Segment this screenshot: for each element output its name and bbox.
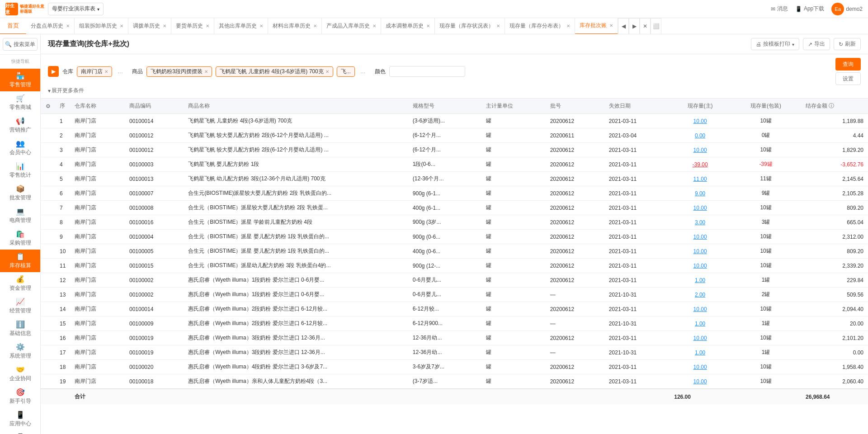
row-qty-main[interactable]: 2.00 — [670, 288, 731, 302]
tab-item-diaopo[interactable]: 调拨单历史 ✕ — [128, 18, 171, 34]
row-qty-main[interactable]: 10.00 — [670, 374, 731, 389]
warehouse-more-icon[interactable]: … — [116, 68, 125, 75]
sidebar-item-operations[interactable]: 📈 经营管理 — [0, 295, 40, 317]
warehouse-filter-tag[interactable]: 南岸门店 ✕ — [77, 66, 112, 77]
row-product-name: 惠氏启睿（Wyeth illuma）3段奶粉 爱尔兰进口 12-36月... — [184, 345, 408, 360]
table-row: 18 南岸门店 00100020 惠氏启睿（Wyeth illuma）4段奶粉 … — [41, 360, 868, 374]
tab-home[interactable]: 首页 — [0, 18, 26, 34]
tab-item-chanpin[interactable]: 产成品入库单历史 ✕ — [322, 18, 381, 34]
product-filter-tag-3[interactable]: 飞... — [337, 66, 355, 77]
row-qty-main[interactable]: 11.00 — [670, 172, 731, 186]
message-btn[interactable]: ✉ 消息 — [771, 5, 788, 13]
company-selector[interactable]: 母婴行业演示库表 — [48, 3, 104, 15]
sidebar-item-marketing[interactable]: 📢 营销推广 — [0, 114, 40, 137]
settings-icon[interactable]: ⚙ — [46, 103, 51, 109]
tab-item-kucun-pici[interactable]: 库存批次账 ✕ — [575, 18, 618, 34]
refresh-btn[interactable]: ↻ 刷新 — [834, 38, 861, 50]
row-qty-pack: 10罐 — [731, 259, 801, 273]
expand-icon: ▾ — [48, 88, 51, 94]
row-qty-main[interactable]: 10.00 — [670, 143, 731, 157]
tab-close-icon[interactable]: ✕ — [66, 24, 70, 28]
tab-prev-btn[interactable]: ◀ — [618, 18, 629, 34]
tab-close-icon[interactable]: ✕ — [566, 24, 570, 28]
query-btn[interactable]: 查询 — [835, 58, 861, 71]
row-qty-main[interactable]: 1.00 — [670, 345, 731, 360]
sidebar-item-wholesale[interactable]: 📦 批发管理 — [0, 182, 40, 204]
export-btn[interactable]: ↗ 导出 — [803, 38, 830, 50]
row-qty-main[interactable]: 1.00 — [670, 273, 731, 288]
product-tag-close-icon-1[interactable]: ✕ — [204, 69, 208, 74]
tab-close-icon[interactable]: ✕ — [259, 24, 263, 28]
row-qty-main[interactable]: 10.00 — [670, 331, 731, 345]
tab-item-qita[interactable]: 其他出库单历史 ✕ — [214, 18, 268, 34]
row-expire: 2021-03-04 — [604, 128, 670, 143]
sidebar-item-collab[interactable]: 🤝 企业协同 — [0, 363, 40, 385]
tab-close-icon[interactable]: ✕ — [373, 24, 376, 28]
row-qty-main[interactable]: 10.00 — [670, 302, 731, 316]
product-tag-close-icon-2[interactable]: ✕ — [326, 69, 329, 74]
row-amount: -3,652.76 — [801, 157, 868, 172]
sidebar-item-wechat[interactable]: 💬 企业微信 — [0, 430, 40, 434]
tab-close-icon[interactable]: ✕ — [496, 24, 500, 28]
row-qty-main[interactable]: 10.00 — [670, 259, 731, 273]
row-qty-main[interactable]: 10.00 — [670, 114, 731, 128]
row-settings-cell — [41, 230, 55, 244]
sidebar-item-system[interactable]: ⚙️ 系统管理 — [0, 340, 40, 363]
product-more-icon[interactable]: … — [359, 68, 368, 75]
row-spec: (6-12个月... — [408, 128, 481, 143]
row-qty-main[interactable]: 10.00 — [670, 360, 731, 374]
tab-close-icon[interactable]: ✕ — [313, 24, 317, 28]
row-expire: 2021-10-31 — [604, 316, 670, 331]
sidebar-item-appcenter[interactable]: 📱 应用中心 — [0, 408, 40, 430]
tab-close-icon[interactable]: ✕ — [163, 24, 166, 28]
row-settings-cell — [41, 244, 55, 259]
sidebar-item-inventory[interactable]: 📋 库存核算 — [0, 250, 40, 272]
sidebar-item-finance[interactable]: 💰 资金管理 — [0, 272, 40, 295]
color-input[interactable] — [389, 66, 465, 77]
tab-next-btn[interactable]: ▶ — [629, 18, 640, 34]
tab-close-icon[interactable]: ✕ — [120, 24, 123, 28]
tab-close-icon[interactable]: ✕ — [609, 23, 613, 28]
sidebar-item-member[interactable]: 👥 会员中心 — [0, 137, 40, 159]
sidebar-item-newguide[interactable]: 🎯 新手引导 — [0, 385, 40, 408]
tab-item-xiancun-kucun[interactable]: 现存量（库存状况表） ✕ — [435, 18, 505, 34]
tab-close-icon[interactable]: ✕ — [426, 24, 430, 28]
product-filter-tag-2[interactable]: 飞鹤星飞帆 儿童奶粉 4段(3-6岁适用) 700克 ✕ — [216, 66, 333, 77]
row-qty-main[interactable]: 0.00 — [670, 128, 731, 143]
row-qty-main[interactable]: 10.00 — [670, 244, 731, 259]
sidebar-item-retail[interactable]: 🏪 零售管理 — [0, 69, 40, 91]
tab-close-icon[interactable]: ✕ — [206, 24, 209, 28]
sidebar-item-basic[interactable]: ℹ️ 基础信息 — [0, 317, 40, 340]
sidebar-item-ecommerce[interactable]: 💻 电商管理 — [0, 204, 40, 227]
tab-item-xiancun-fenbu[interactable]: 现存量（库存分布表） ✕ — [505, 18, 575, 34]
warehouse-tag-close-icon[interactable]: ✕ — [104, 69, 108, 74]
tab-item-chengben[interactable]: 成本调整单历史 ✕ — [381, 18, 435, 34]
app-download-btn[interactable]: 📱 App下载 — [795, 5, 824, 13]
col-spec: 规格型号 — [408, 99, 481, 114]
tab-item-zuzhuang[interactable]: 组装拆卸单历史 ✕ — [75, 18, 128, 34]
sidebar-item-purchase[interactable]: 🛍️ 采购管理 — [0, 227, 40, 250]
row-qty-main[interactable]: 10.00 — [670, 201, 731, 215]
sidebar-item-mall[interactable]: 🛒 零售商城 — [0, 91, 40, 114]
row-qty-main[interactable]: 10.00 — [670, 230, 731, 244]
search-menu-btn[interactable]: 🔍 搜索菜单 — [3, 38, 38, 51]
expand-filter-btn[interactable]: ▾ 展开更多条件 — [48, 87, 861, 94]
tab-maximize-btn[interactable]: ⬜ — [651, 18, 661, 34]
row-qty-main[interactable]: 1.00 — [670, 316, 731, 331]
table-row: 3 南岸门店 00100012 飞鹤星飞帆 较大婴儿配方奶粉 2段(6-12个月… — [41, 143, 868, 157]
row-qty-main[interactable]: 9.00 — [670, 186, 731, 201]
tab-close-current-btn[interactable]: ✕ — [640, 18, 651, 34]
tab-item-yaohuo[interactable]: 要货单历史 ✕ — [171, 18, 214, 34]
user-area[interactable]: Ea demo2 — [831, 3, 863, 15]
row-spec: (3-6岁适用)... — [408, 114, 481, 128]
setting-btn[interactable]: 设置 — [835, 72, 861, 85]
product-filter-tag-1[interactable]: 飞鹤奶粉3段丙摆摆装 ✕ — [146, 66, 212, 77]
row-qty-main[interactable]: -39.00 — [670, 157, 731, 172]
tab-item-fenpan[interactable]: 分盘点单历史 ✕ — [26, 18, 75, 34]
filter-toggle-btn[interactable]: ▶ — [48, 66, 59, 77]
tab-item-cailiao[interactable]: 材料出库单历史 ✕ — [268, 18, 322, 34]
template-print-btn[interactable]: 🖨 按模板打印 — [751, 38, 799, 50]
sidebar-item-retail-stats[interactable]: 📊 零售统计 — [0, 159, 40, 182]
table-row: 14 南岸门店 00100014 惠氏启睿（Wyeth illuma）2段奶粉 … — [41, 302, 868, 316]
row-qty-main[interactable]: 3.00 — [670, 215, 731, 230]
